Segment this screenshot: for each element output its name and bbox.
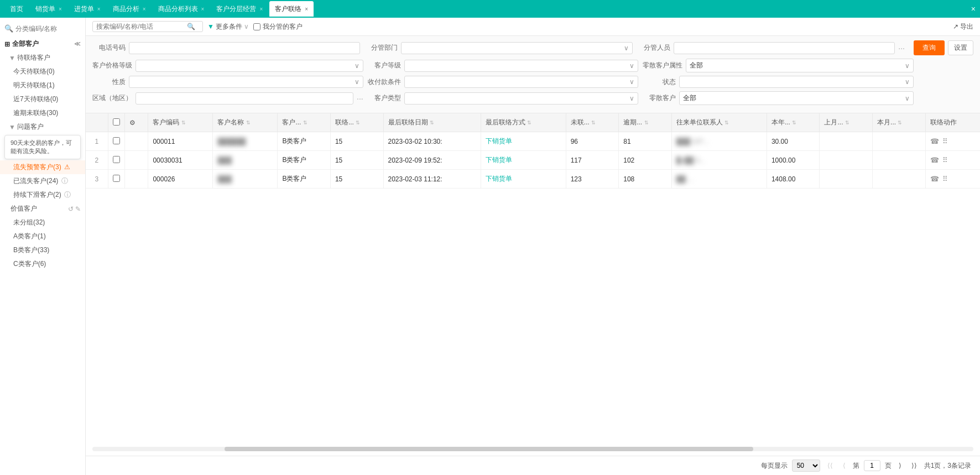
close-tab-customer-contact[interactable]: × [305,6,308,12]
horizontal-scrollbar[interactable] [86,442,980,456]
row-checkbox-3[interactable] [113,175,120,182]
search-input[interactable] [96,23,185,30]
sidebar-search-input[interactable] [15,25,86,33]
th-not-contact[interactable]: 未联... ⇅ [566,113,619,132]
sidebar-item-7days[interactable]: 近7天待联络(0) [0,92,85,106]
customer-type-select[interactable]: ∨ [404,92,639,105]
th-contact[interactable]: 联络... ⇅ [330,113,383,132]
row-method-3[interactable]: 下销货单 [481,170,566,189]
sidebar-item-tomorrow[interactable]: 明天待联络(1) [0,79,85,92]
th-last-method[interactable]: 最后联络方式 ⇅ [481,113,566,132]
sidebar-item-today[interactable]: 今天待联络(0) [0,65,85,79]
tab-customer-tier[interactable]: 客户分层经营 × [211,1,268,17]
contact-icon-2[interactable]: ☎ [930,156,939,164]
search-button[interactable]: 🔍 [187,23,195,30]
scroll-thumb[interactable] [225,447,753,451]
contact-icon-1[interactable]: ☎ [930,137,939,145]
price-level-select[interactable]: ∨ [135,60,363,72]
sidebar-item-declining[interactable]: 持续下滑客户(2) ⓘ [0,188,85,202]
export-button[interactable]: ↗ 导出 [953,22,973,32]
more-icon-2[interactable]: ⠿ [942,156,948,164]
row-check-3[interactable] [108,170,124,189]
next-page-button[interactable]: ⟩ [896,461,904,471]
section-pending-contact[interactable]: ▼ 待联络客户 [0,51,85,65]
th-last-date[interactable]: 最后联络日期 ⇅ [383,113,481,132]
chevron-level: ∨ [629,62,634,70]
tab-customer-contact[interactable]: 客户联络 × [269,1,314,17]
tab-purchase[interactable]: 进货单 × [69,1,106,17]
home-tab[interactable]: 首页 [4,4,29,14]
manager-dots[interactable]: ··· [898,44,905,53]
manager-input[interactable] [674,42,895,54]
section-problem-customers[interactable]: ▼ 问题客户 [0,120,85,134]
th-this-year[interactable]: 本年... ⇅ [767,113,820,132]
last-page-button[interactable]: ⟩⟩ [909,461,920,471]
scroll-track[interactable] [92,447,973,451]
close-tab-sales[interactable]: × [59,6,62,12]
th-this-month[interactable]: 本月... ⇅ [873,113,926,132]
contact-icon-3[interactable]: ☎ [930,175,939,183]
row-check-2[interactable] [108,151,124,170]
close-tab-product-list[interactable]: × [201,6,205,12]
settings-button[interactable]: 设置 [948,40,973,55]
region-dots[interactable]: ··· [357,94,363,103]
region-input[interactable] [135,92,353,105]
tab-product-analysis[interactable]: 商品分析 × [107,1,152,17]
sidebar-item-a-class[interactable]: A类客户(1) [0,229,85,243]
phone-input[interactable] [129,42,360,54]
retail-attr-select[interactable]: 全部 ∨ [686,59,914,72]
th-settings[interactable]: ⚙ [124,113,148,132]
close-tab-customer-tier[interactable]: × [259,6,263,12]
edit-icon[interactable]: ✎ [75,205,81,213]
sidebar-item-b-class[interactable]: B类客户(33) [0,243,85,257]
th-type[interactable]: 客户... ⇅ [278,113,331,132]
th-unit-contact[interactable]: 往来单位联系人 ⇅ [671,113,767,132]
my-customers-check[interactable] [253,23,260,30]
th-check[interactable] [108,113,124,132]
nature-select[interactable]: ∨ [129,76,363,88]
sidebar-item-overdue[interactable]: 逾期未联络(30) [0,106,85,120]
first-page-button[interactable]: ⟨⟨ [825,461,836,471]
close-tab-purchase[interactable]: × [97,6,101,12]
per-page-label: 每页显示 [761,461,788,471]
th-code[interactable]: 客户编码 ⇅ [148,113,213,132]
more-conditions-button[interactable]: ▼ 更多条件 ∨ [207,22,249,32]
refresh-icon[interactable]: ↺ [68,205,74,213]
search-field-container: 🔍 [92,21,203,32]
close-tab-product-analysis[interactable]: × [143,6,146,12]
page-label-post: 页 [885,461,892,471]
th-last-month[interactable]: 上月... ⇅ [820,113,873,132]
dept-select[interactable]: ∨ [401,42,632,54]
row-method-1[interactable]: 下销货单 [481,132,566,151]
row-method-2[interactable]: 下销货单 [481,151,566,170]
page-number-input[interactable] [864,460,880,471]
customer-level-select[interactable]: ∨ [404,60,639,72]
collapse-icon[interactable]: ≪ [74,40,81,48]
row-year-1: 30.00 [767,132,820,151]
sidebar-item-ungroup[interactable]: 未分组(32) [0,216,85,229]
all-customers-header[interactable]: ⊞ 全部客户 ≪ [0,37,85,51]
close-all-button[interactable]: × [971,4,976,13]
select-all-checkbox[interactable] [113,118,120,126]
prev-page-button[interactable]: ⟨ [840,461,848,471]
status-select[interactable]: ∨ [679,76,914,88]
sidebar-item-churned[interactable]: 已流失客户(24) ⓘ [0,174,85,188]
retail-customer-select[interactable]: 全部 ∨ [679,91,914,105]
nature-label: 性质 [92,77,126,87]
th-name[interactable]: 客户名称 ⇅ [213,113,278,132]
region-label: 区域（地区） [92,93,132,103]
sidebar-item-c-class[interactable]: C类客户(6) [0,257,85,271]
query-button[interactable]: 查询 [914,40,945,55]
tab-sales[interactable]: 销货单 × [30,1,67,17]
payment-select[interactable]: ∨ [404,76,639,88]
tab-product-list[interactable]: 商品分析列表 × [153,1,210,17]
my-customers-checkbox[interactable]: 我分管的客户 [253,22,303,32]
th-overdue[interactable]: 逾期... ⇅ [619,113,672,132]
row-checkbox-1[interactable] [113,137,120,144]
sidebar-item-churn-warning[interactable]: 流失预警客户(3) ⚠ [0,160,85,174]
more-icon-3[interactable]: ⠿ [942,175,948,183]
row-check-1[interactable] [108,132,124,151]
more-icon-1[interactable]: ⠿ [942,137,948,145]
row-checkbox-2[interactable] [113,156,120,163]
per-page-select[interactable]: 50 100 200 [792,460,820,472]
